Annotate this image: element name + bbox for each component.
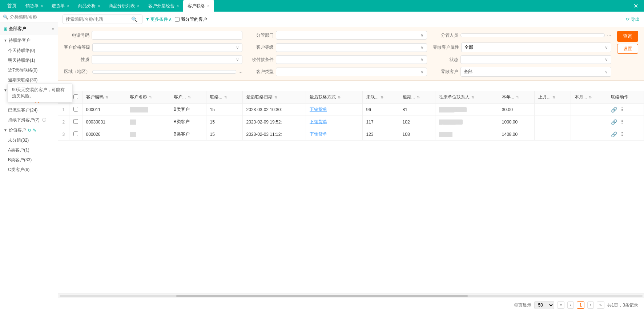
action-chat-icon[interactable]: 🔗 xyxy=(611,107,617,113)
cell-checkbox[interactable] xyxy=(69,116,82,128)
sort-icon-uncontact: ⇅ xyxy=(381,95,383,99)
row-checkbox[interactable] xyxy=(73,119,78,124)
col-contact[interactable]: 联络... ⇅ xyxy=(206,91,242,104)
tab-customer-tier[interactable]: 客户分层经营 × xyxy=(144,0,183,12)
col-last-way[interactable]: 最后联络方式 ⇅ xyxy=(306,91,362,104)
first-page-button[interactable]: « xyxy=(557,301,565,309)
col-contact-person[interactable]: 往来单位联系人 ⇅ xyxy=(435,91,498,104)
settings-button[interactable]: 设置 xyxy=(617,44,638,54)
col-overdue[interactable]: 逾期... ⇅ xyxy=(399,91,435,104)
tab-sales-close[interactable]: × xyxy=(41,4,43,8)
scrollbar-thumb[interactable] xyxy=(176,295,468,297)
cell-last-date: 2023-02-09 19:52: xyxy=(242,116,306,128)
action-menu-icon[interactable]: ⠿ xyxy=(620,131,624,137)
search-input[interactable] xyxy=(66,17,131,22)
sidebar-item-today[interactable]: 今天待联络(0) xyxy=(0,46,58,56)
col-code[interactable]: 客户编码 ⇅ xyxy=(82,91,126,104)
filter-retail-select[interactable]: 全部 ∨ xyxy=(460,67,611,77)
filter-row-3: 性质 ∨ 收付款条件 ∨ xyxy=(64,55,611,64)
sidebar-item-declining[interactable]: 持续下滑客户(2) ⓘ xyxy=(0,115,58,125)
filter-customer-type-select[interactable]: ∨ xyxy=(276,68,427,76)
sidebar-item-unclassified[interactable]: 未分组(32) xyxy=(0,135,58,145)
tab-analysis[interactable]: 商品分析 × xyxy=(74,0,104,12)
export-button[interactable]: ⟳ 导出 xyxy=(626,16,640,23)
select-all-checkbox[interactable] xyxy=(73,94,78,99)
more-filter-button[interactable]: ▼ 更多条件 ∧ xyxy=(145,16,172,23)
search-button-icon[interactable]: 🔍 xyxy=(131,16,137,22)
row-checkbox[interactable] xyxy=(73,131,78,136)
sidebar-item-b-class[interactable]: B类客户(33) xyxy=(0,155,58,165)
filter-region-select[interactable] xyxy=(92,70,236,74)
action-chat-icon[interactable]: 🔗 xyxy=(611,119,617,125)
tab-sales[interactable]: 销货单 × xyxy=(21,0,47,12)
sidebar-all-customers[interactable]: ⊞ 全部客户 « xyxy=(0,23,58,35)
col-this-year[interactable]: 本年... ⇅ xyxy=(498,91,534,104)
sidebar-collapse-icon[interactable]: « xyxy=(52,27,54,32)
cell-checkbox[interactable] xyxy=(69,128,82,141)
sidebar-section-value[interactable]: ▼ 价值客户 ↻ ✎ xyxy=(0,125,58,135)
last-way-link[interactable]: 下销货单 xyxy=(310,107,327,112)
col-name[interactable]: 客户名称 ⇅ xyxy=(126,91,170,104)
tab-home[interactable]: 首页 xyxy=(3,3,21,9)
filter-retail-attr-select[interactable]: 全部 ∨ xyxy=(461,42,611,52)
tab-purchase[interactable]: 进货单 × xyxy=(47,0,73,12)
tooltip: 90天无交易的客户，可能有流失风险。 xyxy=(7,84,58,102)
per-page-select[interactable]: 50 100 200 xyxy=(534,301,554,309)
last-way-link[interactable]: 下销货单 xyxy=(310,119,327,124)
sidebar-item-c-class[interactable]: C类客户(6) xyxy=(0,165,58,175)
action-menu-icon[interactable]: ⠿ xyxy=(620,119,624,125)
sidebar-item-lost[interactable]: 已流失客户(24) xyxy=(0,105,58,115)
filter-manager-dots[interactable]: ··· xyxy=(607,32,611,38)
window-close-icon[interactable]: ✕ xyxy=(631,3,641,9)
col-last-month[interactable]: 上月... ⇅ xyxy=(534,91,571,104)
filter-customer-tier-select[interactable]: ∨ xyxy=(276,43,427,52)
tab-analysis-close[interactable]: × xyxy=(98,4,100,8)
table-row: 2 00030031 ██ B类客户 15 2023-02-09 19:52: … xyxy=(58,116,644,128)
cell-last-way[interactable]: 下销货单 xyxy=(306,128,362,141)
cell-last-way[interactable]: 下销货单 xyxy=(306,116,362,128)
tab-customer-contact-close[interactable]: × xyxy=(207,4,209,8)
sidebar-section-pending[interactable]: ▼ 待联络客户 xyxy=(0,35,58,46)
tab-customer-contact[interactable]: 客户联络 × xyxy=(183,0,214,12)
filter-dept-select[interactable]: ∨ xyxy=(276,31,427,40)
sidebar-item-7days[interactable]: 近7天待联络(0) xyxy=(0,65,58,75)
horizontal-scrollbar[interactable] xyxy=(58,293,644,298)
filter-region-dots[interactable]: ··· xyxy=(238,69,243,75)
cell-last-way[interactable]: 下销货单 xyxy=(306,104,362,116)
filter-manager-select[interactable] xyxy=(460,33,605,37)
cell-checkbox[interactable] xyxy=(69,104,82,116)
col-uncontact[interactable]: 未联... ⇅ xyxy=(362,91,399,104)
filter-dept-label: 分管部门 xyxy=(248,32,274,39)
tab-purchase-close[interactable]: × xyxy=(67,4,69,8)
edit-icon[interactable]: ✎ xyxy=(33,128,36,133)
col-last-date[interactable]: 最后联络日期 ⇅ xyxy=(242,91,306,104)
last-way-link[interactable]: 下销货单 xyxy=(310,131,327,137)
filter-status-select[interactable]: ∨ xyxy=(460,55,611,64)
query-button[interactable]: 查询 xyxy=(617,31,638,42)
filter-payment-select[interactable]: ∨ xyxy=(276,55,427,64)
my-customers-checkbox[interactable] xyxy=(175,17,180,22)
prev-page-button[interactable]: ‹ xyxy=(567,301,574,309)
row-checkbox[interactable] xyxy=(73,107,78,112)
sidebar-item-tomorrow[interactable]: 明天待联络(1) xyxy=(0,56,58,65)
col-this-month[interactable]: 本月... ⇅ xyxy=(571,91,607,104)
filter-nature-select[interactable]: ∨ xyxy=(92,55,242,64)
select-arrow-icon-7: ∨ xyxy=(605,57,608,62)
select-arrow-icon-8: ∨ xyxy=(420,69,424,74)
col-type[interactable]: 客户... ⇅ xyxy=(170,91,206,104)
action-menu-icon[interactable]: ⠿ xyxy=(620,107,624,113)
action-chat-icon[interactable]: 🔗 xyxy=(611,131,617,137)
filter-phone: 电话号码 xyxy=(64,31,242,40)
refresh-icon[interactable]: ↻ xyxy=(28,128,31,133)
my-customers-checkbox-label[interactable]: 我分管的客户 xyxy=(175,16,207,23)
table-header-row: 客户编码 ⇅ 客户名称 ⇅ 客户... ⇅ 联络... xyxy=(58,91,644,104)
filter-price-tier-select[interactable]: ∨ xyxy=(92,43,242,52)
sidebar-search-input[interactable] xyxy=(10,15,58,20)
next-page-button[interactable]: › xyxy=(587,301,594,309)
tab-analysis-list[interactable]: 商品分析列表 × xyxy=(104,0,144,12)
tab-customer-tier-close[interactable]: × xyxy=(177,4,179,8)
filter-phone-input[interactable] xyxy=(92,31,242,40)
sidebar-item-a-class[interactable]: A类客户(1) xyxy=(0,145,58,155)
last-page-button[interactable]: » xyxy=(597,301,604,309)
tab-analysis-list-close[interactable]: × xyxy=(137,4,139,8)
